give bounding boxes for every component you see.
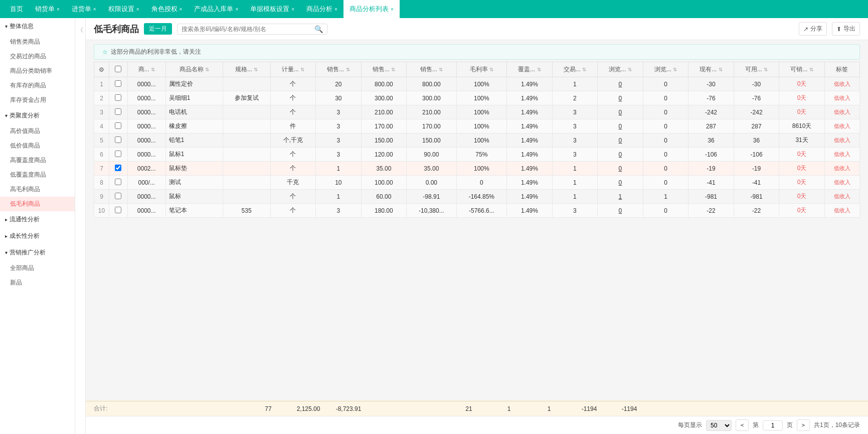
col-current-stock[interactable]: 现有... ⇅ (688, 62, 734, 77)
nav-close-template[interactable]: × (291, 7, 294, 12)
nav-close-sales[interactable]: × (57, 7, 60, 12)
row-checkbox[interactable] (115, 136, 121, 143)
row-sellable: 31天 (779, 133, 825, 148)
sidebar-item-high-margin[interactable]: 高毛利商品 (0, 182, 75, 197)
export-button[interactable]: ⬆ 导出 (832, 22, 860, 36)
col-available[interactable]: 可用... ⇅ (734, 62, 779, 77)
sidebar-item-stock-funds[interactable]: 库存资金占用 (0, 93, 75, 107)
sidebar-group-circulation[interactable]: ▸ 流通性分析 (0, 211, 75, 228)
nav-close-goods[interactable]: × (334, 7, 337, 12)
sidebar-item-sales-goods[interactable]: 销售类商品 (0, 35, 75, 49)
row-check[interactable] (109, 91, 128, 105)
row-check[interactable] (109, 176, 128, 190)
row-view1[interactable]: 0 (598, 162, 643, 176)
col-gross-margin[interactable]: 毛利率 ⇅ (456, 62, 507, 77)
col-coverage[interactable]: 覆盖... ⇅ (507, 62, 553, 77)
nav-role-auth[interactable]: 角色授权 × (145, 0, 189, 18)
col-unit[interactable]: 计量... ⇅ (270, 62, 316, 77)
row-view1[interactable]: 0 (598, 91, 643, 105)
nav-close-purchase[interactable]: × (93, 7, 96, 12)
nav-permission[interactable]: 权限设置 × (102, 0, 145, 18)
row-checkbox[interactable] (115, 151, 121, 157)
row-view1[interactable]: 1 (598, 190, 643, 204)
nav-goods-analysis-list[interactable]: 商品分析列表 × (343, 0, 400, 18)
col-view1[interactable]: 浏览... ⇅ (598, 62, 643, 77)
nav-close-list[interactable]: × (391, 7, 394, 12)
sidebar-item-new-goods[interactable]: 新品 (0, 275, 75, 290)
row-checkbox[interactable] (115, 207, 121, 213)
search-icon[interactable]: 🔍 (314, 25, 323, 33)
col-sales-amount[interactable]: 销售... ⇅ (407, 62, 456, 77)
row-checkbox[interactable] (115, 193, 121, 199)
row-view1[interactable]: 0 (598, 176, 643, 190)
row-trade: 3 (552, 204, 598, 218)
col-tag[interactable]: 标签 (824, 62, 859, 77)
prev-page-button[interactable]: ＜ (736, 419, 749, 431)
search-input[interactable] (182, 26, 314, 33)
sidebar-item-all-goods[interactable]: 全部商品 (0, 261, 75, 275)
sort-icon-unit: ⇅ (300, 67, 304, 72)
sidebar-item-high-coverage[interactable]: 高覆盖度商品 (0, 153, 75, 168)
row-view1[interactable]: 0 (598, 133, 643, 148)
sidebar-group-marketing[interactable]: ▾ 营销推广分析 (0, 244, 75, 261)
row-check[interactable] (109, 204, 128, 218)
col-trade[interactable]: 交易... ⇅ (552, 62, 598, 77)
col-code[interactable]: 商... ⇅ (127, 62, 165, 77)
col-view2[interactable]: 浏览... ⇅ (643, 62, 688, 77)
sidebar-item-low-margin[interactable]: 低毛利商品 (0, 197, 75, 211)
row-checkbox[interactable] (115, 165, 121, 171)
nav-close-permission[interactable]: × (136, 7, 139, 12)
row-check[interactable] (109, 77, 128, 91)
nav-close-role[interactable]: × (180, 7, 183, 12)
nav-purchase-order[interactable]: 进货单 × (66, 0, 102, 18)
sidebar-item-traded-goods[interactable]: 交易过的商品 (0, 49, 75, 64)
nav-close-product[interactable]: × (235, 7, 238, 12)
row-checkbox[interactable] (115, 179, 121, 185)
nav-sales-order[interactable]: 销货单 × (29, 0, 66, 18)
sidebar-item-category-rate[interactable]: 商品分类助销率 (0, 64, 75, 78)
total-label: 合计: (94, 404, 114, 413)
next-page-button[interactable]: ＞ (797, 419, 810, 431)
table-row: 5 0000... 铅笔1 个,千克 3 150.00 150.00 100% … (94, 133, 860, 148)
sidebar-item-low-coverage[interactable]: 低覆盖度商品 (0, 168, 75, 182)
row-view1[interactable]: 0 (598, 77, 643, 91)
col-sellable[interactable]: 可销... ⇅ (779, 62, 825, 77)
row-checkbox[interactable] (115, 122, 121, 129)
sidebar-item-stock-goods[interactable]: 有库存的商品 (0, 78, 75, 93)
sidebar-item-low-value[interactable]: 低价值商品 (0, 138, 75, 153)
row-check[interactable] (109, 105, 128, 119)
row-check[interactable] (109, 148, 128, 162)
row-check[interactable] (109, 133, 128, 148)
col-checkbox[interactable] (109, 62, 128, 77)
row-checkbox[interactable] (115, 108, 121, 115)
row-view1[interactable]: 0 (598, 105, 643, 119)
row-checkbox[interactable] (115, 80, 121, 87)
nav-product-entry[interactable]: 产成品入库单 × (188, 0, 244, 18)
sidebar-item-high-value[interactable]: 高价值商品 (0, 124, 75, 138)
row-view1[interactable]: 0 (598, 119, 643, 133)
col-sales-qty[interactable]: 销售... ⇅ (316, 62, 362, 77)
row-check[interactable] (109, 119, 128, 133)
row-check[interactable] (109, 162, 128, 176)
time-filter-button[interactable]: 近一月 (144, 23, 172, 35)
page-size-select[interactable]: 50 100 (706, 420, 732, 431)
sidebar-group-growth[interactable]: ▸ 成长性分析 (0, 228, 75, 244)
col-settings[interactable]: ⚙ (94, 62, 109, 77)
sidebar-group-cluster[interactable]: ▾ 类聚度分析 (0, 107, 75, 124)
row-view1[interactable]: 0 (598, 148, 643, 162)
nav-home[interactable]: 首页 (4, 0, 29, 18)
nav-goods-analysis[interactable]: 商品分析 × (300, 0, 343, 18)
row-checkbox[interactable] (115, 94, 121, 101)
collapse-sidebar-button[interactable]: 《 (75, 18, 86, 434)
nav-template[interactable]: 单据模板设置 × (244, 0, 300, 18)
col-sales-price[interactable]: 销售... ⇅ (361, 62, 407, 77)
page-number-input[interactable] (763, 420, 783, 430)
select-all-checkbox[interactable] (115, 66, 121, 72)
col-name[interactable]: 商品名称 ⇅ (165, 62, 223, 77)
col-spec[interactable]: 规格... ⇅ (223, 62, 270, 77)
row-view1[interactable]: 0 (598, 204, 643, 218)
share-button[interactable]: ↗ 分享 (799, 22, 827, 36)
row-unit: 个,千克 (270, 133, 316, 148)
sidebar-group-overall[interactable]: ▾ 整体信息 (0, 18, 75, 35)
row-check[interactable] (109, 190, 128, 204)
